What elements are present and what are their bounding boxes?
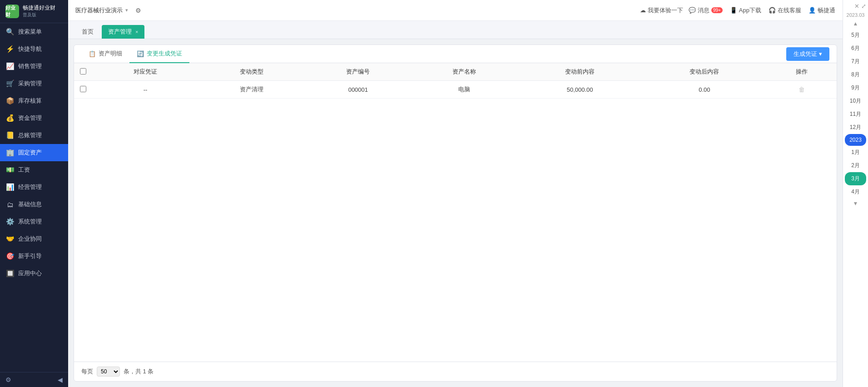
topbar: 医疗器械行业演示 ▾ ⚙ ☁ 我要体验一下 💬 消息 99+ 📱 App下载 🎧… <box>68 0 843 21</box>
row-asset-name: 电脑 <box>411 81 517 99</box>
sidebar-item-enterprise[interactable]: 🤝 企业协同 <box>0 230 68 248</box>
sidebar-item-label: 企业协同 <box>18 235 42 243</box>
chevron-down-icon: ▾ <box>125 7 128 13</box>
scroll-down-arrow[interactable]: ▼ <box>853 198 858 208</box>
payroll-icon: 💵 <box>5 166 15 174</box>
message-badge: 99+ <box>711 7 723 13</box>
finance-icon: 💰 <box>5 114 15 122</box>
purchase-icon: 🛒 <box>5 79 15 88</box>
sales-icon: 📈 <box>5 62 15 70</box>
sidebar-item-system[interactable]: ⚙️ 系统管理 <box>0 213 68 230</box>
generate-voucher-button[interactable]: 生成凭证 ▾ <box>786 47 829 61</box>
collapse-icon[interactable]: ◀ <box>58 376 63 383</box>
sidebar-item-label: 固定资产 <box>18 149 42 157</box>
sidebar-item-ledger[interactable]: 📒 总账管理 <box>0 127 68 144</box>
tab-home[interactable]: 首页 <box>75 25 100 39</box>
sidebar-item-sales[interactable]: 📈 销售管理 <box>0 58 68 75</box>
basic-info-icon: 🗂 <box>5 201 15 208</box>
sidebar-item-label: 经营管理 <box>18 183 42 191</box>
guide-icon: 🎯 <box>5 252 15 260</box>
right-panel: ✕ ⤢ 2023.03 ▲ 5月 6月 7月 8月 9月 10月 11月 12月… <box>843 0 868 387</box>
tab-asset-management[interactable]: 资产管理 × <box>102 25 144 39</box>
month-item[interactable]: 11月 <box>843 108 868 121</box>
tabbar: 首页 资产管理 × <box>68 21 843 39</box>
month-item[interactable]: 8月 <box>843 68 868 81</box>
sidebar-item-finance[interactable]: 💰 资金管理 <box>0 109 68 127</box>
online-service-button[interactable]: 🎧 在线客服 <box>769 6 801 15</box>
month-mar-current[interactable]: 3月 <box>845 172 866 185</box>
col-asset-code: 资产编号 <box>305 63 411 81</box>
per-page-select[interactable]: 50 10 20 100 <box>97 367 120 377</box>
month-list: 5月 6月 7月 8月 9月 10月 11月 12月 2023 1月 2月 3月… <box>843 29 868 198</box>
sidebar-item-operations[interactable]: 📊 经营管理 <box>0 179 68 196</box>
sidebar-item-inventory[interactable]: 📦 库存核算 <box>0 92 68 109</box>
delete-icon[interactable]: 🗑 <box>799 86 805 93</box>
company-name: 医疗器械行业演示 <box>75 6 123 15</box>
row-checkbox[interactable] <box>80 86 86 92</box>
col-checkbox <box>74 63 92 81</box>
col-operation: 操作 <box>767 63 837 81</box>
month-item[interactable]: 6月 <box>843 42 868 55</box>
year-2023-label[interactable]: 2023 <box>845 134 866 146</box>
inner-tabs: 📋 资产明细 🔄 变更生成凭证 生成凭证 ▾ <box>74 45 837 63</box>
sidebar-item-label: 库存核算 <box>18 97 42 105</box>
month-item[interactable]: 7月 <box>843 55 868 68</box>
asset-detail-icon: 📋 <box>89 50 96 57</box>
company-selector[interactable]: 医疗器械行业演示 ▾ <box>75 6 128 15</box>
col-asset-name: 资产名称 <box>411 63 517 81</box>
sidebar-item-quick-nav[interactable]: ⚡ 快捷导航 <box>0 40 68 58</box>
sidebar-item-label: 总账管理 <box>18 131 42 139</box>
select-all-checkbox[interactable] <box>80 68 86 74</box>
sidebar-item-fixed-assets[interactable]: 🏢 固定资产 <box>0 144 68 161</box>
sidebar-item-purchase[interactable]: 🛒 采购管理 <box>0 75 68 92</box>
col-change-type: 变动类型 <box>198 63 305 81</box>
sidebar-item-label: 快捷导航 <box>18 45 42 53</box>
expand-panel-icon[interactable]: ⤢ <box>861 3 866 10</box>
settings-icon[interactable]: ⚙ <box>5 376 11 383</box>
row-after-change: 0.00 <box>642 81 767 99</box>
sidebar-footer: ⚙ ◀ <box>0 372 68 387</box>
row-voucher: -- <box>92 81 198 99</box>
month-item[interactable]: 10月 <box>843 94 868 108</box>
sidebar-item-label: 应用中心 <box>18 269 42 278</box>
fixed-assets-icon: 🏢 <box>5 149 15 157</box>
tab-change-voucher[interactable]: 🔄 变更生成凭证 <box>129 45 189 63</box>
close-panel-icon[interactable]: ✕ <box>854 3 859 10</box>
month-feb[interactable]: 2月 <box>843 159 868 172</box>
month-jan[interactable]: 1月 <box>843 146 868 159</box>
sidebar-item-label: 销售管理 <box>18 62 42 70</box>
col-voucher: 对应凭证 <box>92 63 198 81</box>
app-download-button[interactable]: 📱 App下载 <box>730 6 761 15</box>
feedback-button[interactable]: ☁ 我要体验一下 <box>640 6 683 15</box>
table-footer: 每页 50 10 20 100 条，共 1 条 <box>74 362 837 381</box>
sidebar-item-label: 新手引导 <box>18 252 42 260</box>
sidebar-item-search[interactable]: 🔍 搜索菜单 <box>0 23 68 40</box>
messages-button[interactable]: 💬 消息 99+ <box>689 6 723 15</box>
right-panel-header: ✕ ⤢ <box>843 0 868 10</box>
sidebar-item-payroll[interactable]: 💵 工资 <box>0 161 68 179</box>
month-apr[interactable]: 4月 <box>843 185 868 198</box>
sidebar: 好业财 畅捷通好业财 普及版 🔍 搜索菜单 ⚡ 快捷导航 📈 销售管理 🛒 采购… <box>0 0 68 387</box>
sidebar-item-guide[interactable]: 🎯 新手引导 <box>0 248 68 265</box>
tab-asset-detail[interactable]: 📋 资产明细 <box>81 45 129 63</box>
tab-close-icon[interactable]: × <box>135 29 138 35</box>
sidebar-item-basic-info[interactable]: 🗂 基础信息 <box>0 196 68 213</box>
scroll-up-arrow[interactable]: ▲ <box>853 19 858 29</box>
sidebar-item-app-center[interactable]: 🔲 应用中心 <box>0 265 68 282</box>
app-logo-icon: 好业财 <box>5 5 19 18</box>
col-before-change: 变动前内容 <box>518 63 642 81</box>
sidebar-logo: 好业财 畅捷通好业财 普及版 <box>0 0 68 23</box>
month-item[interactable]: 12月 <box>843 121 868 134</box>
settings-icon[interactable]: ⚙ <box>135 7 141 14</box>
month-item[interactable]: 5月 <box>843 29 868 42</box>
month-item[interactable]: 9月 <box>843 81 868 94</box>
app-center-icon: 🔲 <box>5 269 15 278</box>
row-asset-code: 000001 <box>305 81 411 99</box>
sidebar-item-label: 系统管理 <box>18 218 42 226</box>
row-before-change: 50,000.00 <box>518 81 642 99</box>
user-menu[interactable]: 👤 畅捷通 <box>808 6 835 15</box>
page-content: 📋 资产明细 🔄 变更生成凭证 生成凭证 ▾ <box>74 45 837 382</box>
cloud-icon: ☁ <box>640 7 646 14</box>
inventory-icon: 📦 <box>5 97 15 105</box>
sidebar-item-label: 采购管理 <box>18 79 42 88</box>
